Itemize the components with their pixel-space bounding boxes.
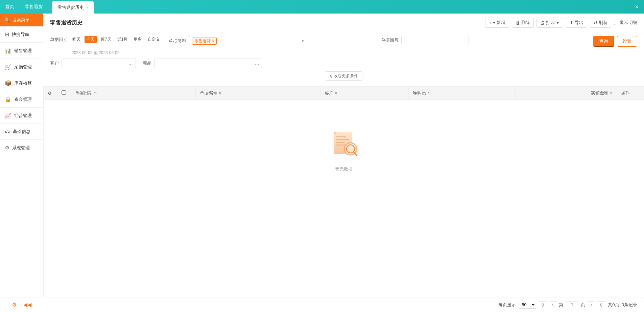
next-page-button[interactable]: ⟩ xyxy=(588,301,594,308)
empty-state-row: 暂无数据 xyxy=(44,100,644,200)
sidebar-item-operations[interactable]: 📈 经营管理 xyxy=(0,108,43,124)
goods-input[interactable]: ... xyxy=(154,59,262,68)
date-btn-yesterday[interactable]: 昨天 xyxy=(70,36,82,43)
inventory-icon: 📦 xyxy=(5,80,11,86)
export-button[interactable]: ⬆ 导出 xyxy=(566,18,587,28)
filter-row-2: 客户 ... 商品 ... xyxy=(50,59,637,68)
page-title-row: 零售退货历史 + + 新增 🗑 删除 🖨 打印 ▼ xyxy=(50,18,637,28)
data-table: ⚙ 单据日期 ⇅ 单据编号 xyxy=(44,87,644,199)
select-all-checkbox[interactable] xyxy=(62,90,66,95)
date-options: 昨天 今天 近7天 近1月 更多 自定义 xyxy=(70,36,162,43)
add-button[interactable]: + + 新增 xyxy=(485,18,509,28)
sidebar-search[interactable]: 🔍 搜索菜单 xyxy=(0,14,43,26)
window-close-button[interactable]: × xyxy=(629,3,644,10)
show-details-input[interactable] xyxy=(614,21,618,25)
table-header-row: ⚙ 单据日期 ⇅ 单据编号 xyxy=(44,87,644,100)
date-btn-today[interactable]: 今天 xyxy=(85,36,97,43)
sort-voucher-date[interactable]: 单据日期 ⇅ xyxy=(75,90,191,96)
system-icon: ⚙ xyxy=(5,144,9,151)
purchase-icon: 🛒 xyxy=(5,64,11,70)
last-page-button[interactable]: ⟩⟩ xyxy=(597,301,605,308)
toolbar: + + 新增 🗑 删除 🖨 打印 ▼ ⬆ 导出 xyxy=(485,18,637,28)
date-range-display: 2023-06-02 至 2023-06-02 xyxy=(72,50,637,56)
sort-no-icon: ⇅ xyxy=(219,91,221,95)
tab-retail-return[interactable]: 零售退货 × xyxy=(20,0,52,14)
date-btn-custom[interactable]: 自定义 xyxy=(146,36,162,43)
customer-input[interactable]: ... xyxy=(62,59,136,68)
tab-list: 首页 零售退货 × 零售退货历史 × xyxy=(0,0,629,14)
svg-rect-3 xyxy=(336,142,344,143)
prev-page-button[interactable]: ⟨ xyxy=(550,301,556,308)
sidebar-item-quick-nav[interactable]: ⊞ 快捷导航 xyxy=(0,26,43,43)
date-btn-1month[interactable]: 近1月 xyxy=(115,36,130,43)
top-bar: 首页 零售退货 × 零售退货历史 × × xyxy=(0,0,644,14)
export-icon: ⬆ xyxy=(570,20,573,25)
filter-customer: 客户 ... xyxy=(50,59,136,68)
sort-voucher-no[interactable]: 单据编号 ⇅ xyxy=(200,90,316,96)
column-settings-icon[interactable]: ⚙ xyxy=(48,91,52,96)
settings-button[interactable]: 设置 xyxy=(617,36,637,47)
empty-illustration xyxy=(327,127,361,161)
sidebar-item-finance[interactable]: 🔒 资金管理 xyxy=(0,91,43,108)
customer-dots-icon: ... xyxy=(128,60,133,66)
empty-state-cell: 暂无数据 xyxy=(44,100,644,200)
th-guide: 导购员 ⇅ xyxy=(409,87,515,100)
per-page-select[interactable]: 20 50 100 xyxy=(519,301,536,309)
filter-area: 单据日期 昨天 今天 近7天 近1月 更多 自定义 单据类型 xyxy=(50,32,637,86)
tab-home[interactable]: 首页 xyxy=(0,0,20,14)
operations-icon: 📈 xyxy=(5,112,11,119)
sidebar-audio-btn[interactable]: ◀◀ xyxy=(23,302,31,308)
query-button[interactable]: 查询 xyxy=(593,36,614,47)
page-number-input[interactable] xyxy=(566,301,578,308)
date-btn-more[interactable]: 更多 xyxy=(132,36,144,43)
first-page-button[interactable]: ⟨⟨ xyxy=(539,301,547,308)
refresh-icon: ↺ xyxy=(594,20,597,25)
voucher-type-select[interactable]: 零售退货 × ▼ xyxy=(189,36,307,46)
sort-customer[interactable]: 客户 ⇅ xyxy=(325,90,404,96)
sidebar-settings-btn[interactable]: ⚙ xyxy=(12,302,17,308)
refresh-button[interactable]: ↺ 刷新 xyxy=(590,18,611,28)
collapse-icon: ∧ xyxy=(329,74,332,79)
finance-icon: 🔒 xyxy=(5,96,11,103)
th-voucher-no: 单据编号 ⇅ xyxy=(195,87,320,100)
sidebar-item-sales-mgmt[interactable]: 📊 销售管理 xyxy=(0,43,43,59)
voucher-type-chevron-icon: ▼ xyxy=(301,39,304,43)
sidebar-item-system-mgmt[interactable]: ⚙ 系统管理 xyxy=(0,140,43,156)
collapse-row: ∧ 收起更多条件 xyxy=(50,71,637,81)
sort-customer-icon: ⇅ xyxy=(335,91,337,95)
sidebar: 🔍 搜索菜单 ⊞ 快捷导航 📊 销售管理 🛒 采购管理 📦 库存核算 🔒 xyxy=(0,14,43,312)
sort-guide[interactable]: 导购员 ⇅ xyxy=(413,90,511,96)
tag-close-icon[interactable]: × xyxy=(212,39,214,44)
sales-icon: 📊 xyxy=(5,47,11,54)
empty-text: 暂无数据 xyxy=(335,166,353,172)
show-details-checkbox[interactable]: 显示明细 xyxy=(614,20,637,26)
voucher-no-input[interactable] xyxy=(401,36,469,44)
pagination-bar: 每页显示 20 50 100 ⟨⟨ ⟨ 第 页 ⟩ ⟩⟩ 共0页, 0条记录 xyxy=(43,297,644,312)
sidebar-bottom: ⚙ ◀◀ xyxy=(0,297,43,312)
page-header: 零售退货历史 + + 新增 🗑 删除 🖨 打印 ▼ xyxy=(43,14,644,86)
search-icon: 🔍 xyxy=(5,18,10,23)
sidebar-item-inventory[interactable]: 📦 库存核算 xyxy=(0,75,43,91)
filter-voucher-type: 单据类型 零售退货 × ▼ xyxy=(169,36,374,46)
th-customer: 客户 ⇅ xyxy=(320,87,408,100)
print-button[interactable]: 🖨 打印 ▼ xyxy=(536,18,563,28)
delete-button[interactable]: 🗑 删除 xyxy=(512,18,534,28)
tab-close-retail-return[interactable]: × xyxy=(45,5,47,9)
filter-voucher-no: 单据编号 xyxy=(381,36,587,44)
sort-guide-icon: ⇅ xyxy=(427,91,430,95)
sidebar-item-purchase-mgmt[interactable]: 🛒 采购管理 xyxy=(0,59,43,75)
svg-rect-2 xyxy=(336,139,349,140)
query-btns: 查询 设置 xyxy=(593,36,637,47)
sidebar-item-basic-info[interactable]: 🗂 基础信息 xyxy=(0,124,43,140)
print-chevron-icon: ▼ xyxy=(556,21,559,25)
add-icon: + xyxy=(489,20,492,25)
filter-date: 单据日期 昨天 今天 近7天 近1月 更多 自定义 xyxy=(50,36,162,43)
collapse-button[interactable]: ∧ 收起更多条件 xyxy=(325,71,362,81)
tab-close-history[interactable]: × xyxy=(86,5,88,9)
sidebar-nav: ⊞ 快捷导航 📊 销售管理 🛒 采购管理 📦 库存核算 🔒 资金管理 📈 xyxy=(0,26,43,297)
sort-actual-amount[interactable]: 实销金额 ⇅ xyxy=(520,90,613,96)
date-btn-7days[interactable]: 近7天 xyxy=(99,36,113,43)
th-voucher-date: 单据日期 ⇅ xyxy=(71,87,195,100)
delete-icon: 🗑 xyxy=(516,20,520,25)
tab-retail-return-history[interactable]: 零售退货历史 × xyxy=(52,1,93,14)
